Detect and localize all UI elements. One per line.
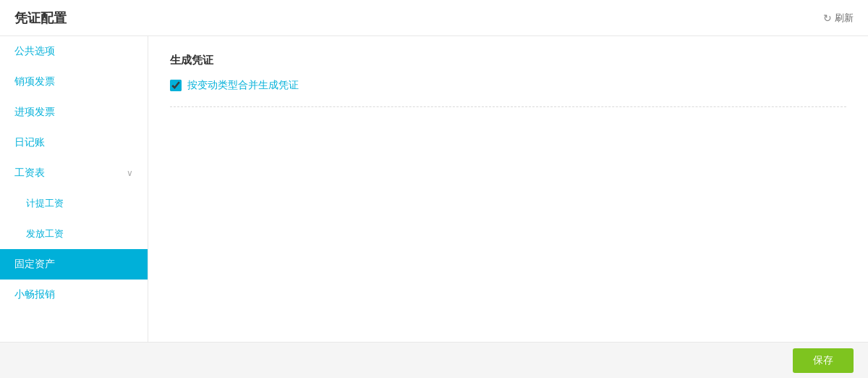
sidebar-item-label: 日记账 bbox=[14, 136, 45, 149]
sidebar-item-label: 工资表 bbox=[14, 167, 45, 180]
sidebar-item-label: 计提工资 bbox=[26, 197, 64, 210]
sidebar-item-pay-salary[interactable]: 发放工资 bbox=[0, 219, 148, 249]
page-header: 凭证配置 ↻ 刷新 bbox=[0, 0, 868, 36]
sidebar: 公共选项 销项发票 进项发票 日记账 工资表 ∨ 计提工资 发放工资 固定资 bbox=[0, 36, 148, 342]
section-title: 生成凭证 bbox=[170, 54, 846, 67]
content-area: 生成凭证 按变动类型合并生成凭证 bbox=[148, 36, 868, 342]
refresh-button[interactable]: ↻ 刷新 bbox=[823, 12, 854, 25]
sidebar-item-public-options[interactable]: 公共选项 bbox=[0, 36, 148, 67]
sidebar-item-fixed-assets[interactable]: 固定资产 bbox=[0, 249, 148, 280]
page-wrapper: 凭证配置 ↻ 刷新 公共选项 销项发票 进项发票 日记账 工资表 ∨ bbox=[0, 0, 868, 378]
refresh-label: 刷新 bbox=[835, 12, 854, 25]
sidebar-item-expense-claim[interactable]: 小畅报销 bbox=[0, 280, 148, 310]
sidebar-item-label: 销项发票 bbox=[14, 75, 55, 88]
chevron-down-icon: ∨ bbox=[127, 168, 133, 178]
page-title: 凭证配置 bbox=[14, 9, 67, 27]
sidebar-item-journal[interactable]: 日记账 bbox=[0, 127, 148, 158]
page-footer: 保存 bbox=[0, 342, 868, 378]
checkbox-row: 按变动类型合并生成凭证 bbox=[170, 79, 846, 92]
sidebar-item-purchase-invoice[interactable]: 进项发票 bbox=[0, 97, 148, 127]
sidebar-item-label: 固定资产 bbox=[14, 258, 55, 271]
sidebar-item-label: 发放工资 bbox=[26, 227, 64, 240]
section-divider bbox=[170, 106, 846, 107]
merge-by-type-checkbox[interactable] bbox=[170, 80, 182, 91]
sidebar-item-label: 进项发票 bbox=[14, 106, 55, 119]
checkbox-label[interactable]: 按变动类型合并生成凭证 bbox=[187, 79, 299, 92]
main-layout: 公共选项 销项发票 进项发票 日记账 工资表 ∨ 计提工资 发放工资 固定资 bbox=[0, 36, 868, 342]
sidebar-item-payroll-table[interactable]: 工资表 ∨ bbox=[0, 158, 148, 188]
sidebar-item-sales-invoice[interactable]: 销项发票 bbox=[0, 67, 148, 97]
sidebar-item-accrual-salary[interactable]: 计提工资 bbox=[0, 188, 148, 219]
save-button[interactable]: 保存 bbox=[793, 348, 854, 373]
refresh-icon: ↻ bbox=[823, 12, 832, 24]
sidebar-item-label: 公共选项 bbox=[14, 45, 55, 58]
sidebar-item-label: 小畅报销 bbox=[14, 288, 55, 301]
